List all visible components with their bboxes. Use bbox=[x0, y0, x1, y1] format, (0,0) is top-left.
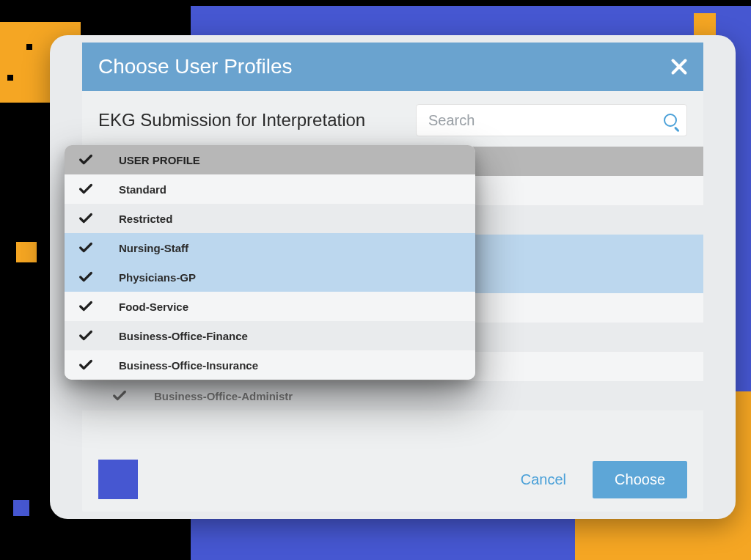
tablet-frame: Choose User Profiles EKG Submission for … bbox=[50, 35, 736, 519]
dialog-subheader: EKG Submission for Interpretation bbox=[82, 91, 703, 147]
bg-shape bbox=[13, 500, 29, 516]
popover-item-restricted[interactable]: Restricted bbox=[65, 204, 475, 233]
popover-item-nursing-staff[interactable]: Nursing-Staff bbox=[65, 233, 475, 262]
popover-item-food-service[interactable]: Food-Service bbox=[65, 292, 475, 321]
popover-item-business-insurance[interactable]: Business-Office-Insurance bbox=[65, 350, 475, 380]
popover-item-label: Food-Service bbox=[119, 301, 188, 313]
popover-item-business-finance[interactable]: Business-Office-Finance bbox=[65, 321, 475, 350]
bg-shape bbox=[694, 13, 716, 35]
search-wrap bbox=[416, 104, 687, 136]
check-icon bbox=[111, 388, 128, 404]
check-icon bbox=[78, 181, 94, 197]
dialog-footer: Cancel Choose bbox=[82, 447, 703, 512]
list-item-label: Business-Office-Administr bbox=[154, 390, 293, 402]
check-icon bbox=[78, 328, 94, 344]
profile-popover: USER PROFILE Standard Restricted Nursing… bbox=[65, 145, 475, 380]
popover-header-label: USER PROFILE bbox=[119, 154, 200, 166]
dialog-title: Choose User Profiles bbox=[98, 55, 293, 78]
bg-dot bbox=[26, 44, 32, 50]
close-icon[interactable] bbox=[670, 58, 687, 75]
page-subtitle: EKG Submission for Interpretation bbox=[98, 110, 365, 130]
popover-item-label: Business-Office-Insurance bbox=[119, 359, 258, 372]
bg-dot bbox=[7, 75, 13, 81]
check-icon bbox=[78, 269, 94, 285]
check-icon bbox=[78, 152, 94, 168]
choose-button[interactable]: Choose bbox=[593, 461, 687, 498]
popover-item-label: Standard bbox=[119, 183, 166, 196]
check-icon bbox=[78, 298, 94, 314]
popover-item-standard[interactable]: Standard bbox=[65, 174, 475, 204]
popover-item-label: Restricted bbox=[119, 213, 172, 225]
popover-header: USER PROFILE bbox=[65, 145, 475, 174]
cancel-button[interactable]: Cancel bbox=[506, 463, 581, 497]
dialog: Choose User Profiles EKG Submission for … bbox=[82, 43, 703, 512]
check-icon bbox=[78, 240, 94, 256]
popover-item-label: Nursing-Staff bbox=[119, 242, 188, 254]
popover-item-physicians-gp[interactable]: Physicians-GP bbox=[65, 262, 475, 292]
bg-shape bbox=[16, 242, 37, 262]
check-icon bbox=[78, 210, 94, 226]
search-input[interactable] bbox=[416, 104, 687, 136]
popover-item-label: Business-Office-Finance bbox=[119, 330, 248, 342]
check-icon bbox=[78, 357, 94, 373]
dialog-header: Choose User Profiles bbox=[82, 43, 703, 91]
footer-decor-block bbox=[98, 460, 138, 499]
search-icon[interactable] bbox=[664, 114, 677, 127]
list-row-bg: Business-Office-Administr bbox=[82, 381, 703, 410]
popover-item-label: Physicians-GP bbox=[119, 271, 196, 284]
